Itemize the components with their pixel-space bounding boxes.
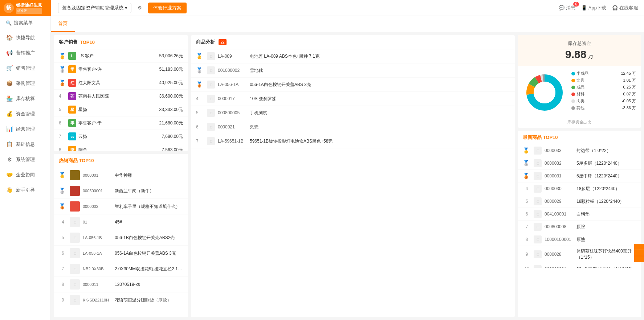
svg-point-6 xyxy=(534,82,555,103)
customer-rank-item[interactable]: 5 星 星扬 33,333.00元 xyxy=(54,103,188,116)
legend-dot xyxy=(571,79,575,82)
goods-thumbnail: ◻ xyxy=(207,81,215,89)
np-thumbnail: ◻ xyxy=(534,147,542,155)
hot-product-item[interactable]: 7 ◻ NB2.0X30B 2.0X30MM双搓花轴,搓花直径2.1MM/ROH… xyxy=(54,261,188,277)
message-button[interactable]: 💬 消息 6 xyxy=(559,5,575,11)
customer-name: 星扬 xyxy=(78,107,159,113)
customer-name: LS 客户 xyxy=(78,53,159,59)
goods-rank-item[interactable]: 6 ◻ 0000021 夹壳 xyxy=(191,120,515,134)
search-menu[interactable]: 🔍 搜索菜单 xyxy=(0,16,50,30)
medal-icon: 🥈 xyxy=(59,66,66,73)
new-product-item[interactable]: 10 ◻ 003800001 22g鱼豆腐·烧烤味（1*12*20） xyxy=(518,263,641,268)
sidebar-item-system[interactable]: ⚙ 系统管理 xyxy=(0,152,50,167)
middle-panel: 商品分析 22 🥇 ◻ LA-089 电池盖 LA-089 ABS本色+黑种 7… xyxy=(191,35,515,317)
legend-item: 成品 0.25 万 xyxy=(571,85,636,90)
hot-product-item[interactable]: 🥇 0000001 中华神雕 xyxy=(54,168,188,183)
rank-number: 4 xyxy=(59,94,66,99)
customer-rank-item[interactable]: 8 陪 陪总 7,563.00元 xyxy=(54,143,188,151)
hot-product-item[interactable]: 5 ◻ LA-056-1B 056-1B白色按键开关壳ABS2壳 xyxy=(54,230,188,246)
service-community-button[interactable]: 服务社区 xyxy=(634,250,644,256)
customer-rank-item[interactable]: 🥉 红 红太阳文具 40,925.00元 xyxy=(54,76,188,90)
np-code: 0000031 xyxy=(545,173,574,179)
new-product-item[interactable]: 7 ◻ 000800008 原塗 xyxy=(518,221,641,233)
customer-rank-item[interactable]: 4 苍 苍南县人民医院 36,600.00元 xyxy=(54,90,188,103)
goods-thumbnail: ◻ xyxy=(207,123,215,131)
sidebar-item-sales[interactable]: 🛒 销售管理 xyxy=(0,61,50,76)
app-download-button[interactable]: 📱 App下载 xyxy=(581,5,606,11)
goods-rank-item[interactable]: 🥇 ◻ LA-089 电池盖 LA-089 ABS本色+黑种 7.1克 xyxy=(191,49,515,63)
goods-rank-item[interactable]: 7 ◻ LA-59651-1B 59651-1B旋转投影灯电池盒ABS黑色+58… xyxy=(191,134,515,148)
online-service-button[interactable]: 🎧 在线客服 xyxy=(612,5,638,11)
product-name: 12070519-xs xyxy=(115,282,183,287)
sidebar-item-enterprise[interactable]: 🤝 企业协同 xyxy=(0,167,50,182)
sidebar-item-finance[interactable]: 💰 资金管理 xyxy=(0,106,50,122)
customer-avatar: 红 xyxy=(68,79,76,87)
product-code: 0000001 xyxy=(83,173,112,177)
settings-button[interactable]: ⚙ xyxy=(134,3,145,13)
customer-avatar: 苍 xyxy=(68,92,76,100)
trial-button[interactable]: 体验行业方案 xyxy=(148,3,187,13)
sidebar-item-basic-info[interactable]: 📋 基础信息 xyxy=(0,137,50,152)
tab-home[interactable]: 首页 xyxy=(51,16,75,32)
goods-thumbnail: ◻ xyxy=(207,109,215,117)
new-product-item[interactable]: 🥈 ◻ 0000032 5厘多层（1220*2440） xyxy=(518,157,641,170)
new-product-item[interactable]: 🥇 ◻ 0000033 封边带（1.0*22） xyxy=(518,144,641,157)
medal-icon: 🥈 xyxy=(196,67,204,74)
medal-icon: 🥉 xyxy=(59,203,67,210)
new-product-item[interactable]: 6 ◻ 004100001 白钢垫 xyxy=(518,208,641,221)
new-products-list: 🥇 ◻ 0000033 封边带（1.0*22） 🥈 ◻ 0000032 5厘多层… xyxy=(518,144,641,268)
customer-name: 陪总 xyxy=(78,147,162,151)
product-name: 2.0X30MM双搓花轴,搓花直径2.1MM/ROHS xyxy=(115,266,183,272)
np-thumbnail: ◻ xyxy=(534,172,542,180)
live-button[interactable]: 直播 xyxy=(634,256,644,262)
goods-name: 59651-1B旋转投影灯电池盒ABS黑色+58壳 xyxy=(250,138,510,144)
legend-value: 0.25 万 xyxy=(623,85,636,90)
hot-product-item[interactable]: 🥈 000500001 新西兰牛肉（新牛） xyxy=(54,183,188,199)
legend-name: 材料 xyxy=(576,91,622,97)
goods-name: 手机测试 xyxy=(250,110,510,116)
sidebar-item-quicknav[interactable]: 🏠 快捷导航 xyxy=(0,30,50,45)
legend-value: -3.86 万 xyxy=(622,105,636,111)
legend-value: 1.01 万 xyxy=(623,78,636,83)
sidebar-item-inventory[interactable]: 🏪 库存核算 xyxy=(0,91,50,106)
hot-products-panel: 热销商品 TOP10 🥇 0000001 中华神雕 🥈 000500001 新西… xyxy=(54,154,188,317)
product-code: LA-056-1B xyxy=(83,235,112,240)
np-code: 0000030 xyxy=(545,186,574,191)
customer-rank-item[interactable]: 7 云 云扬 7,680.00元 xyxy=(54,130,188,143)
customer-avatar: 零 xyxy=(68,65,76,73)
customer-rank-item[interactable]: 6 零 零售客户-于 21,680.00元 xyxy=(54,116,188,130)
sidebar-item-guide[interactable]: 👋 新手引导 xyxy=(0,182,50,198)
new-product-item[interactable]: 🥉 ◻ 0000031 5厘中纤（1220*2440） xyxy=(518,170,641,182)
product-thumbnail xyxy=(70,201,80,212)
hot-product-item[interactable]: 6 ◻ LA-056-1A 056-1A白色按键开关盖ABS 3克 xyxy=(54,246,188,261)
medal-icon: 🥇 xyxy=(59,172,67,179)
new-product-item[interactable]: 8 ◻ 10000100001 原塗 xyxy=(518,233,641,246)
goods-rank-item[interactable]: 4 ◻ 0000017 10S 变刹罗猱 xyxy=(191,92,515,106)
legend-name: 其他 xyxy=(576,105,620,111)
sidebar-item-operations[interactable]: 📊 经营管理 xyxy=(0,122,50,137)
hot-product-item[interactable]: 8 ◻ 0000011 12070519-xs xyxy=(54,277,188,292)
hot-product-item[interactable]: 9 ◻ KK-SD22110H 花语萌恒温分腿睡袋（厚款） xyxy=(54,292,188,308)
customer-rank-item[interactable]: 🥇 L LS 客户 53,006.26元 xyxy=(54,49,188,63)
system-selector[interactable]: 装备及固定资产辅助管理系统 ▾ xyxy=(58,3,131,13)
customer-ranking-header: 客户销售 TOP10 xyxy=(54,35,188,49)
sidebar-item-marketing[interactable]: 📢 营销推广 xyxy=(0,45,50,61)
sidebar-item-purchase[interactable]: 📦 采购管理 xyxy=(0,76,50,91)
hot-product-item[interactable]: 🥉 0000002 智利车子里（规格不知道填什么） xyxy=(54,199,188,214)
left-panel: 客户销售 TOP10 🥇 L LS 客户 53,006.26元 🥈 零 零售客户… xyxy=(54,35,188,317)
customer-rank-item[interactable]: 🥈 零 零售客户-许 51,183.00元 xyxy=(54,63,188,76)
goods-rank-item[interactable]: 5 ◻ 000800005 手机测试 xyxy=(191,106,515,120)
customer-amount: 21,680.00元 xyxy=(159,120,183,126)
new-product-item[interactable]: 9 ◻ 0000028 体碗荔枝味苏打饮品400毫升（1*15） xyxy=(518,246,641,263)
customer-service-button[interactable]: 客服热线 xyxy=(634,244,644,250)
logo-text: 畅捷通好生意 标准版 xyxy=(16,2,42,14)
legend-dot xyxy=(571,86,575,89)
new-product-item[interactable]: 5 ◻ 0000029 18颗粒板（1220*2440） xyxy=(518,195,641,208)
medal-icon: 🥈 xyxy=(59,188,67,194)
medal-icon: 🥇 xyxy=(59,53,66,60)
goods-rank-item[interactable]: 🥉 ◻ LA-056-1A 056-1A白色按键开关盖ABS 3壳 xyxy=(191,78,515,92)
new-product-item[interactable]: 4 ◻ 0000030 18多层（1220*2440） xyxy=(518,182,641,195)
hot-product-item[interactable]: 4 ◻ 01 45# xyxy=(54,214,188,230)
goods-name: 电池盖 LA-089 ABS本色+黑种 7.1克 xyxy=(250,53,510,60)
goods-rank-item[interactable]: 🥈 ◻ 001000002 雪地靴 xyxy=(191,63,515,78)
